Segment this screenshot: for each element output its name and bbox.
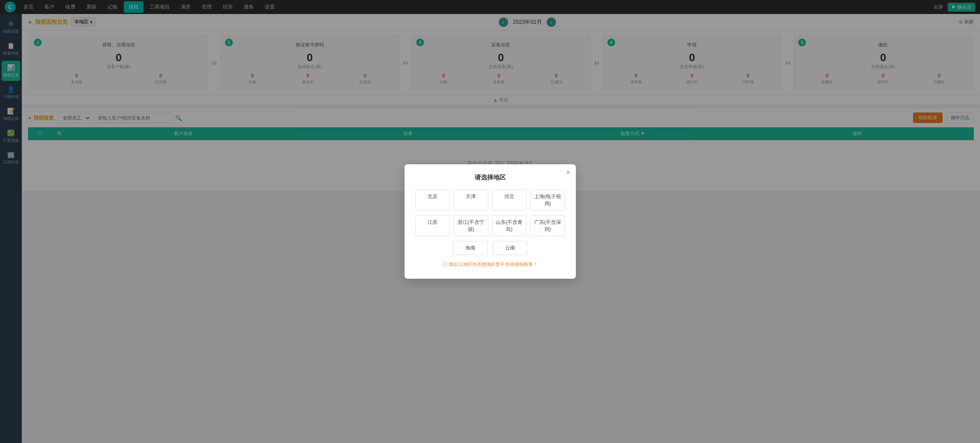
region-beijing[interactable]: 北京 <box>415 190 450 211</box>
modal-overlay[interactable]: × 请选择地区 北京 天津 河北 上海(电子税局) 江苏 浙江(不含宁波) 山东… <box>0 0 980 443</box>
region-guangdong[interactable]: 广东(不含深圳) <box>530 215 565 236</box>
region-grid-3: 海南 云南 <box>415 241 565 255</box>
region-jiangsu[interactable]: 江苏 <box>415 215 450 236</box>
region-yunnan[interactable]: 云南 <box>493 241 528 255</box>
region-zhejiang[interactable]: 浙江(不含宁波) <box>454 215 488 236</box>
region-hainan[interactable]: 海南 <box>453 241 488 255</box>
region-hebei[interactable]: 河北 <box>492 190 527 211</box>
region-grid-1: 北京 天津 河北 上海(电子税局) <box>415 190 565 211</box>
modal-close-button[interactable]: × <box>566 169 570 176</box>
region-tianjin[interactable]: 天津 <box>454 190 488 211</box>
modal-warning: ⓘ 除以上地区外其他地区暂不支持报税检查！ <box>415 261 565 268</box>
region-select-modal: × 请选择地区 北京 天津 河北 上海(电子税局) 江苏 浙江(不含宁波) 山东… <box>405 164 576 279</box>
region-shandong[interactable]: 山东(不含青岛) <box>492 215 527 236</box>
region-grid-2: 江苏 浙江(不含宁波) 山东(不含青岛) 广东(不含深圳) <box>415 215 565 236</box>
warning-text: 除以上地区外其他地区暂不支持报税检查！ <box>449 261 538 268</box>
region-shanghai[interactable]: 上海(电子税局) <box>530 190 565 211</box>
warning-icon: ⓘ <box>443 261 447 268</box>
modal-title: 请选择地区 <box>415 174 565 182</box>
